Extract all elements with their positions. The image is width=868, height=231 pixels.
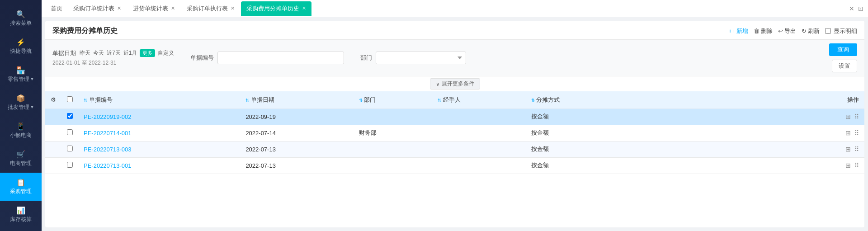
row-doc-no-1[interactable]: PE-20220714-001 — [78, 125, 240, 141]
sort-icon[interactable]: ⇅ — [359, 98, 363, 103]
restore-window-icon[interactable]: ⊡ — [858, 5, 863, 12]
page-title: 采购费用分摊单历史 — [52, 26, 118, 36]
op-more-icon-1[interactable]: ⠿ — [854, 129, 859, 137]
sidebar-item-mini[interactable]: 📱 小畅电商 — [0, 117, 42, 145]
last7days-shortcut[interactable]: 近7天 — [107, 49, 121, 57]
tab-close-inbound-summary[interactable]: ✕ — [171, 5, 175, 11]
refresh-icon: ↻ — [802, 28, 807, 34]
filter-settings-button[interactable]: 设置 — [832, 60, 857, 72]
close-window-icon[interactable]: ✕ — [849, 5, 854, 12]
dept-select[interactable]: 财务部 — [376, 52, 466, 64]
header-actions: + + 新增 🗑 删除 ↩ 导出 ↻ 刷新 显示明细 — [728, 27, 857, 35]
show-columns-checkbox-label[interactable]: 显示明细 — [825, 27, 857, 35]
op-view-icon-0[interactable]: ⊞ — [845, 113, 851, 120]
sidebar-item-retail[interactable]: 🏪 零售管理 ▼ — [0, 61, 42, 89]
col-settings[interactable]: ⚙ — [45, 91, 61, 108]
row-doc-date-0: 2022-09-19 — [240, 108, 353, 125]
shortcut-icon: ⚡ — [2, 38, 39, 47]
inventory-icon: 📊 — [2, 206, 39, 215]
tab-purchase-order-summary[interactable]: 采购订单统计表 ✕ — [68, 1, 127, 16]
select-all-checkbox[interactable] — [67, 96, 73, 102]
tab-close-purchase-order-exec[interactable]: ✕ — [231, 5, 235, 11]
tab-close-purchase-cost-history[interactable]: ✕ — [302, 5, 306, 11]
sort-icon[interactable]: ⇅ — [245, 98, 249, 103]
expand-more-button[interactable]: ∨ 展开更多条件 — [430, 78, 480, 90]
row-checkbox-0[interactable] — [61, 108, 78, 125]
sort-icon[interactable]: ⇅ — [84, 98, 87, 103]
row-checkbox-2[interactable] — [61, 141, 78, 157]
export-button[interactable]: ↩ 导出 — [778, 27, 796, 35]
show-columns-checkbox[interactable] — [825, 28, 831, 34]
sidebar: 🔍 搜索菜单 ⚡ 快捷导航 🏪 零售管理 ▼ 📦 批发管理 ▼ 📱 小畅电商 🛒… — [0, 0, 42, 231]
op-more-icon-2[interactable]: ⠿ — [854, 146, 859, 153]
refresh-button[interactable]: ↻ 刷新 — [802, 27, 820, 35]
row-dept-1: 财务部 — [354, 125, 432, 141]
tab-purchase-order-exec[interactable]: 采购订单执行表 ✕ — [181, 1, 240, 16]
op-view-icon-2[interactable]: ⊞ — [845, 146, 851, 153]
sort-icon[interactable]: ⇅ — [531, 98, 535, 103]
sidebar-item-shortcut[interactable]: ⚡ 快捷导航 — [0, 33, 42, 61]
row-split-method-2: 按金额 — [526, 141, 797, 157]
op-view-icon-1[interactable]: ⊞ — [845, 129, 851, 137]
tab-close-purchase-order-summary[interactable]: ✕ — [117, 5, 121, 11]
today-shortcut[interactable]: 今天 — [93, 49, 104, 57]
last1month-shortcut[interactable]: 近1月 — [123, 49, 137, 57]
col-checkbox — [61, 91, 78, 108]
tab-inbound-summary[interactable]: 进货单统计表 ✕ — [127, 1, 180, 16]
row-checkbox-input-1[interactable] — [67, 129, 73, 135]
sidebar-item-wholesale[interactable]: 📦 批发管理 ▼ — [0, 89, 42, 117]
export-icon: ↩ — [778, 28, 783, 34]
add-button[interactable]: + + 新增 — [728, 27, 748, 35]
op-view-icon-3[interactable]: ⊞ — [845, 162, 851, 169]
row-doc-no-3[interactable]: PE-20220713-001 — [78, 157, 240, 174]
delete-button[interactable]: 🗑 删除 — [754, 27, 773, 35]
row-ops-0: ⊞ ⠿ — [797, 108, 864, 125]
search-icon: 🔍 — [2, 10, 39, 19]
sort-icon[interactable]: ⇅ — [438, 98, 441, 103]
sidebar-item-inventory[interactable]: 📊 库存核算 — [0, 201, 42, 229]
sidebar-item-purchase[interactable]: 📋 采购管理 — [0, 173, 42, 201]
row-doc-date-3: 2022-07-13 — [240, 157, 353, 174]
col-doc-date: ⇅ 单据日期 — [240, 91, 353, 108]
filter-right-group: 查询 设置 — [829, 43, 857, 72]
query-button[interactable]: 查询 — [829, 43, 857, 56]
sidebar-item-finance[interactable]: 💰 资金管理 — [0, 229, 42, 231]
wholesale-icon: 📦 — [16, 94, 25, 103]
date-filter-field: 单据日期 昨天 今天 近7天 近1月 更多 自定义 2022-01-01 至 2… — [52, 49, 174, 67]
row-checkbox-input-3[interactable] — [67, 162, 73, 168]
row-dept-0 — [354, 108, 432, 125]
main-area: 首页 采购订单统计表 ✕ 进货单统计表 ✕ 采购订单执行表 ✕ 采购费用分摊单历… — [42, 0, 868, 231]
tab-purchase-cost-history[interactable]: 采购费用分摊单历史 ✕ — [241, 1, 311, 16]
row-ops-2: ⊞ ⠿ — [797, 141, 864, 157]
row-settings-0 — [45, 108, 61, 125]
table-row: PE-20220714-001 2022-07-14 财务部 按金额 ⊞ ⠿ — [45, 125, 864, 141]
row-handler-2 — [432, 141, 525, 157]
filter-row: 单据日期 昨天 今天 近7天 近1月 更多 自定义 2022-01-01 至 2… — [52, 43, 857, 72]
sidebar-item-search[interactable]: 🔍 搜索菜单 — [0, 5, 42, 33]
chevron-down-icon: ▼ — [30, 105, 34, 109]
tab-home[interactable]: 首页 — [46, 1, 67, 16]
yesterday-shortcut[interactable]: 昨天 — [80, 49, 90, 57]
row-checkbox-3[interactable] — [61, 157, 78, 174]
row-doc-no-2[interactable]: PE-20220713-003 — [78, 141, 240, 157]
content-card: 采购费用分摊单历史 + + 新增 🗑 删除 ↩ 导出 ↻ 刷新 — [45, 21, 864, 227]
op-more-icon-0[interactable]: ⠿ — [854, 113, 859, 120]
more-shortcut[interactable]: 更多 — [140, 49, 155, 57]
row-doc-no-0[interactable]: PE-20220919-002 — [78, 108, 240, 125]
row-checkbox-input-2[interactable] — [67, 146, 73, 151]
row-handler-0 — [432, 108, 525, 125]
data-table: ⚙ ⇅ 单据编号 ⇅ 单据日期 ⇅ — [45, 91, 864, 174]
page-header: 采购费用分摊单历史 + + 新增 🗑 删除 ↩ 导出 ↻ 刷新 — [45, 21, 864, 39]
col-dept: ⇅ 部门 — [354, 91, 432, 108]
ecommerce-icon: 🛒 — [2, 150, 39, 159]
op-more-icon-3[interactable]: ⠿ — [854, 162, 859, 169]
sidebar-item-ecommerce[interactable]: 🛒 电商管理 — [0, 145, 42, 173]
chevron-down-icon: ▼ — [30, 77, 34, 81]
table-row: PE-20220919-002 2022-09-19 按金额 ⊞ ⠿ — [45, 108, 864, 125]
row-checkbox-1[interactable] — [61, 125, 78, 141]
doc-no-input[interactable] — [217, 52, 344, 64]
row-checkbox-input-0[interactable] — [67, 113, 73, 119]
row-settings-2 — [45, 141, 61, 157]
tab-bar-actions: ✕ ⊡ — [849, 5, 863, 12]
custom-shortcut[interactable]: 自定义 — [158, 49, 174, 57]
